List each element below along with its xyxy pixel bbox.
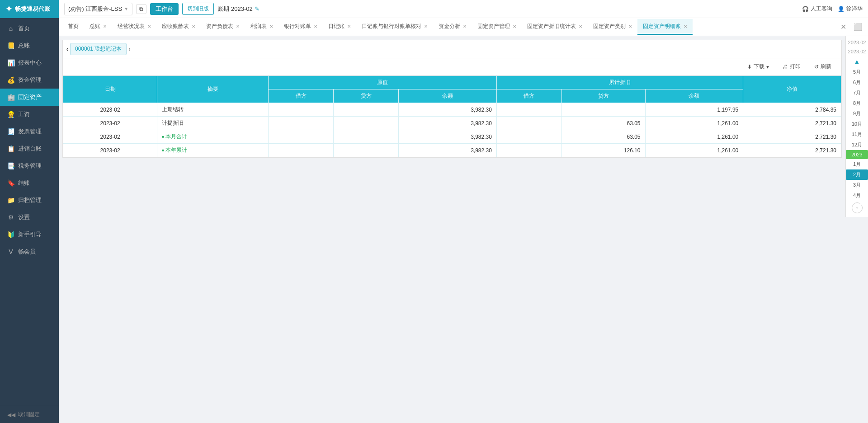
tab-银行对账单[interactable]: 银行对账单✕: [278, 19, 323, 35]
sidebar-label: 固定资产: [18, 93, 42, 101]
tab-经营状况表[interactable]: 经营状况表✕: [112, 19, 156, 35]
sidebar-item-税务管理[interactable]: 📑税务管理: [0, 157, 59, 174]
dep-credit-cell: [561, 103, 645, 117]
sidebar-icon: 📊: [7, 59, 14, 66]
tab-close-icon[interactable]: ✕: [463, 24, 467, 29]
close-all-tabs-button[interactable]: ✕: [839, 21, 848, 33]
dep-credit-cell: 63.05: [561, 117, 645, 130]
logo-text: 畅捷通易代账: [15, 5, 50, 13]
period-label: 账期: [217, 5, 229, 13]
timeline-month-3[interactable]: 3月: [846, 180, 868, 190]
net-cell: 2,721.30: [743, 130, 841, 144]
sidebar-label: 结账: [18, 179, 30, 187]
next-arrow[interactable]: ›: [128, 46, 130, 52]
tab-close-icon[interactable]: ✕: [192, 24, 195, 29]
tab-label: 总账: [90, 23, 100, 30]
sidebar-item-畅会员[interactable]: V畅会员: [0, 243, 59, 260]
sidebar-item-进销台账[interactable]: 📋进销台账: [0, 140, 59, 157]
sidebar-icon: 🧾: [7, 128, 14, 135]
tab-label: 日记账: [328, 23, 344, 30]
tab-label: 固定资产折旧统计表: [527, 23, 576, 30]
sidebar-item-归档管理[interactable]: 📁归档管理: [0, 192, 59, 209]
tab-close-icon[interactable]: ✕: [314, 24, 317, 29]
tab-资金分析[interactable]: 资金分析✕: [433, 19, 472, 35]
sidebar-item-报表中心[interactable]: 📊报表中心: [0, 54, 59, 71]
sidebar-item-发票管理[interactable]: 🧾发票管理: [0, 123, 59, 140]
tab-固定资产明细账[interactable]: 固定资产明细账✕: [637, 19, 693, 35]
timeline-month-7[interactable]: 7月: [846, 88, 868, 98]
tab-close-icon[interactable]: ✕: [424, 24, 428, 29]
prev-arrow[interactable]: ‹: [66, 46, 68, 52]
tab-close-icon[interactable]: ✕: [628, 24, 632, 29]
period-edit-icon[interactable]: ✎: [255, 5, 259, 12]
tab-close-icon[interactable]: ✕: [513, 24, 516, 29]
print-button[interactable]: 🖨 打印: [778, 61, 805, 72]
sidebar-item-首页[interactable]: ⌂首页: [0, 20, 59, 37]
service-label: 人工客询: [811, 5, 832, 13]
tab-close-icon[interactable]: ✕: [103, 24, 107, 29]
old-version-button[interactable]: 切到旧版: [182, 3, 214, 15]
timeline-month-5[interactable]: 5月: [846, 67, 868, 77]
abstract-cell: 计提折旧: [157, 117, 269, 130]
tab-应收账龄表[interactable]: 应收账龄表✕: [156, 19, 201, 35]
dep-balance-cell: 1,261.00: [645, 144, 743, 157]
sidebar-icon: 👷: [7, 111, 14, 118]
abstract-cell: 本月合计: [157, 130, 269, 144]
tabbar: 首页总账✕经营状况表✕应收账龄表✕资产负债表✕利润表✕银行对账单✕日记账✕日记账…: [59, 18, 868, 36]
timeline-down-nav[interactable]: ○: [852, 202, 863, 213]
service-button[interactable]: 🎧 人工客询: [802, 5, 832, 13]
tab-label: 应收账龄表: [162, 23, 189, 30]
company-name: (劝告) 江西服金-LSS: [68, 5, 122, 13]
sidebar-item-固定资产[interactable]: 🏢固定资产: [0, 89, 59, 106]
tab-close-icon[interactable]: ✕: [236, 24, 240, 29]
timeline-month-4[interactable]: 4月: [846, 190, 868, 201]
sidebar-item-总账[interactable]: 📒总账: [0, 37, 59, 54]
page-content: ‹ 000001 联想笔记本 › ⬇ 下载 ▾ 🖨 打印 ↺: [59, 36, 845, 217]
timeline-month-9[interactable]: 9月: [846, 108, 868, 119]
orig-debit-cell: [269, 117, 334, 130]
timeline-month-12[interactable]: 12月: [846, 140, 868, 150]
sidebar-icon: 🔰: [7, 231, 14, 238]
timeline-month-2-active[interactable]: 2月: [846, 169, 868, 180]
work-station-button[interactable]: 工作台: [150, 3, 179, 15]
tab-close-icon[interactable]: ✕: [579, 24, 582, 29]
sidebar-item-结账[interactable]: 🔖结账: [0, 174, 59, 192]
maximize-button[interactable]: ⬜: [852, 21, 864, 33]
timeline-up-nav[interactable]: ▲: [852, 56, 862, 67]
col-dep-debit-header: 借方: [496, 89, 561, 103]
timeline-month-11[interactable]: 11月: [846, 129, 868, 140]
tab-close-icon[interactable]: ✕: [269, 24, 273, 29]
tab-固定资产折旧统计表[interactable]: 固定资产折旧统计表✕: [522, 19, 588, 35]
sidebar-footer[interactable]: ◀◀ 取消固定: [0, 406, 59, 423]
copy-button[interactable]: ⧉: [136, 4, 146, 14]
sidebar-item-资金管理[interactable]: 💰资金管理: [0, 71, 59, 89]
abstract-badge: 本年累计: [162, 146, 187, 154]
timeline-month-1[interactable]: 1月: [846, 159, 868, 169]
timeline-month-8[interactable]: 8月: [846, 98, 868, 108]
company-selector[interactable]: (劝告) 江西服金-LSS ▼: [64, 3, 132, 15]
download-icon: ⬇: [747, 64, 752, 70]
tab-日记账与银行对账单核对[interactable]: 日记账与银行对账单核对✕: [356, 19, 433, 35]
sidebar-item-设置[interactable]: ⚙设置: [0, 209, 59, 226]
sidebar-item-工资[interactable]: 👷工资: [0, 106, 59, 123]
timeline-month-6[interactable]: 6月: [846, 77, 868, 88]
tab-close-icon[interactable]: ✕: [347, 24, 351, 29]
tab-close-icon[interactable]: ✕: [684, 24, 687, 29]
tab-固定资产管理[interactable]: 固定资产管理✕: [472, 19, 522, 35]
tab-close-icon[interactable]: ✕: [147, 24, 151, 29]
refresh-button[interactable]: ↺ 刷新: [810, 61, 836, 72]
tab-资产负债表[interactable]: 资产负债表✕: [201, 19, 245, 35]
tab-利润表[interactable]: 利润表✕: [245, 19, 278, 35]
user-menu[interactable]: 👤 徐泽华: [838, 5, 863, 13]
tab-固定资产类别[interactable]: 固定资产类别✕: [588, 19, 637, 35]
tab-首页[interactable]: 首页: [62, 19, 84, 35]
sidebar-item-新手引导[interactable]: 🔰新手引导: [0, 226, 59, 243]
timeline-month-10[interactable]: 10月: [846, 119, 868, 129]
sub-tab-item[interactable]: 000001 联想笔记本: [70, 43, 127, 55]
orig-debit-cell: [269, 130, 334, 144]
download-button[interactable]: ⬇ 下载 ▾: [743, 61, 774, 72]
tab-总账[interactable]: 总账✕: [84, 19, 112, 35]
tab-日记账[interactable]: 日记账✕: [323, 19, 356, 35]
sidebar-icon: V: [7, 248, 14, 255]
sidebar-label: 税务管理: [18, 162, 42, 170]
